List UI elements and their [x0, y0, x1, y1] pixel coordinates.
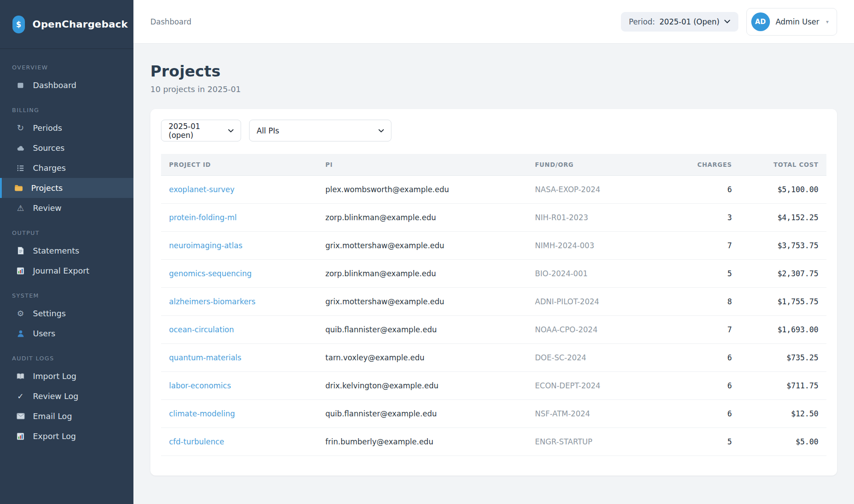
cell-pi: grix.mottershaw@example.edu [318, 232, 527, 260]
sidebar-item-periods[interactable]: ↻︎Periods [0, 118, 133, 138]
project-link[interactable]: labor-economics [169, 381, 231, 390]
period-filter-select[interactable]: 2025-01 (open) [161, 120, 241, 141]
cell-total: $711.75 [740, 372, 826, 400]
sidebar-item-charges[interactable]: Charges [0, 158, 133, 178]
app-root: $ OpenChargeback OverviewDashboardBillin… [0, 0, 854, 504]
document-icon [15, 246, 26, 255]
table-header-row: Project IDPIFund/OrgChargesTotal Cost [161, 154, 826, 176]
sidebar-item-import-log[interactable]: Import Log [0, 366, 133, 386]
topbar: Dashboard Period: 2025-01 (Open) AD Admi… [133, 0, 854, 44]
project-link[interactable]: ocean-circulation [169, 325, 234, 334]
sidebar-item-label: Settings [33, 309, 66, 318]
cell-fund: ADNI-PILOT-2024 [527, 288, 670, 316]
cell-pi: plex.wombsworth@example.edu [318, 176, 527, 204]
project-link[interactable]: genomics-sequencing [169, 269, 252, 278]
cell-project_id: ocean-circulation [161, 316, 318, 344]
table-row: exoplanet-surveyplex.wombsworth@example.… [161, 176, 826, 204]
sidebar-item-email-log[interactable]: Email Log [0, 406, 133, 426]
sidebar-item-label: Charges [33, 163, 66, 173]
project-link[interactable]: cfd-turbulence [169, 437, 224, 446]
dashboard-icon [15, 81, 26, 89]
sidebar-item-label: Export Log [33, 431, 76, 441]
cell-fund: NSF-ATM-2024 [527, 400, 670, 428]
sources-icon [15, 145, 26, 152]
user-name: Admin User [776, 17, 819, 26]
project-link[interactable]: climate-modeling [169, 409, 235, 418]
table-row: labor-economicsdrix.kelvington@example.e… [161, 372, 826, 400]
topbar-right: Period: 2025-01 (Open) AD Admin User ▾ [621, 8, 837, 36]
cell-total: $735.25 [740, 344, 826, 372]
cell-fund: BIO-2024-001 [527, 260, 670, 288]
column-header-pi: PI [318, 154, 527, 176]
column-header-total-cost: Total Cost [740, 154, 826, 176]
cell-pi: zorp.blinkman@example.edu [318, 260, 527, 288]
cell-charges: 6 [670, 400, 740, 428]
cell-total: $4,152.25 [740, 204, 826, 232]
sidebar-item-projects[interactable]: Projects [0, 178, 133, 198]
project-link[interactable]: exoplanet-survey [169, 185, 234, 194]
warning-icon: ⚠︎ [15, 204, 26, 212]
table-row: cfd-turbulencefrin.bumberly@example.eduE… [161, 428, 826, 456]
cell-fund: NIMH-2024-003 [527, 232, 670, 260]
cell-charges: 5 [670, 260, 740, 288]
cell-total: $1,755.75 [740, 288, 826, 316]
cell-project_id: climate-modeling [161, 400, 318, 428]
gear-icon: ⚙︎ [15, 310, 26, 318]
cell-pi: tarn.voxley@example.edu [318, 344, 527, 372]
table-row: quantum-materialstarn.voxley@example.edu… [161, 344, 826, 372]
table-row: alzheimers-biomarkersgrix.mottershaw@exa… [161, 288, 826, 316]
cell-charges: 6 [670, 344, 740, 372]
cell-project_id: protein-folding-ml [161, 204, 318, 232]
cell-charges: 7 [670, 232, 740, 260]
sidebar-item-statements[interactable]: Statements [0, 241, 133, 261]
cell-total: $5,100.00 [740, 176, 826, 204]
cell-total: $1,693.00 [740, 316, 826, 344]
bar-chart-icon [15, 267, 26, 275]
sidebar-item-dashboard[interactable]: Dashboard [0, 75, 133, 95]
sidebar-section-label: Output [0, 230, 133, 236]
pi-filter-select[interactable]: All PIs [249, 120, 391, 141]
breadcrumb[interactable]: Dashboard [150, 17, 191, 26]
sidebar-item-journal-export[interactable]: Journal Export [0, 261, 133, 281]
sidebar: $ OpenChargeback OverviewDashboardBillin… [0, 0, 133, 504]
cell-fund: NASA-EXOP-2024 [527, 176, 670, 204]
cell-project_id: exoplanet-survey [161, 176, 318, 204]
cell-fund: DOE-SC-2024 [527, 344, 670, 372]
chevron-down-icon [228, 129, 234, 133]
cell-pi: frin.bumberly@example.edu [318, 428, 527, 456]
sidebar-section-label: Overview [0, 64, 133, 71]
sidebar-item-label: Import Log [33, 371, 77, 381]
periods-icon: ↻︎ [15, 124, 26, 132]
sidebar-item-review[interactable]: ⚠︎Review [0, 198, 133, 218]
sidebar-item-users[interactable]: Users [0, 323, 133, 343]
cell-pi: zorp.blinkman@example.edu [318, 204, 527, 232]
project-link[interactable]: neuroimaging-atlas [169, 241, 242, 250]
user-menu[interactable]: AD Admin User ▾ [746, 8, 837, 36]
app-logo-icon: $ [12, 16, 25, 33]
charges-icon [15, 165, 26, 172]
filters-row: 2025-01 (open) All PIs [161, 120, 826, 141]
period-selector[interactable]: Period: 2025-01 (Open) [621, 12, 738, 32]
sidebar-item-label: Users [33, 329, 55, 338]
project-link[interactable]: quantum-materials [169, 353, 242, 362]
sidebar-item-label: Sources [33, 143, 64, 153]
project-link[interactable]: alzheimers-biomarkers [169, 297, 255, 306]
table-row: climate-modelingquib.flannister@example.… [161, 400, 826, 428]
sidebar-item-label: Projects [31, 183, 63, 193]
cell-fund: ENGR-STARTUP [527, 428, 670, 456]
table-row: ocean-circulationquib.flannister@example… [161, 316, 826, 344]
sidebar-item-sources[interactable]: Sources [0, 138, 133, 158]
column-header-fund-org: Fund/Org [527, 154, 670, 176]
project-link[interactable]: protein-folding-ml [169, 213, 237, 222]
table-row: genomics-sequencingzorp.blinkman@example… [161, 260, 826, 288]
email-icon [15, 413, 26, 419]
sidebar-section-label: System [0, 292, 133, 299]
user-icon [15, 330, 26, 338]
sidebar-item-export-log[interactable]: Export Log [0, 426, 133, 446]
sidebar-item-settings[interactable]: ⚙︎Settings [0, 303, 133, 323]
checkmark-icon: ✓ [15, 392, 26, 400]
sidebar-item-review-log[interactable]: ✓Review Log [0, 386, 133, 406]
logo-dollar-glyph: $ [16, 20, 21, 29]
book-icon [15, 373, 26, 380]
sidebar-item-label: Review [33, 203, 61, 213]
